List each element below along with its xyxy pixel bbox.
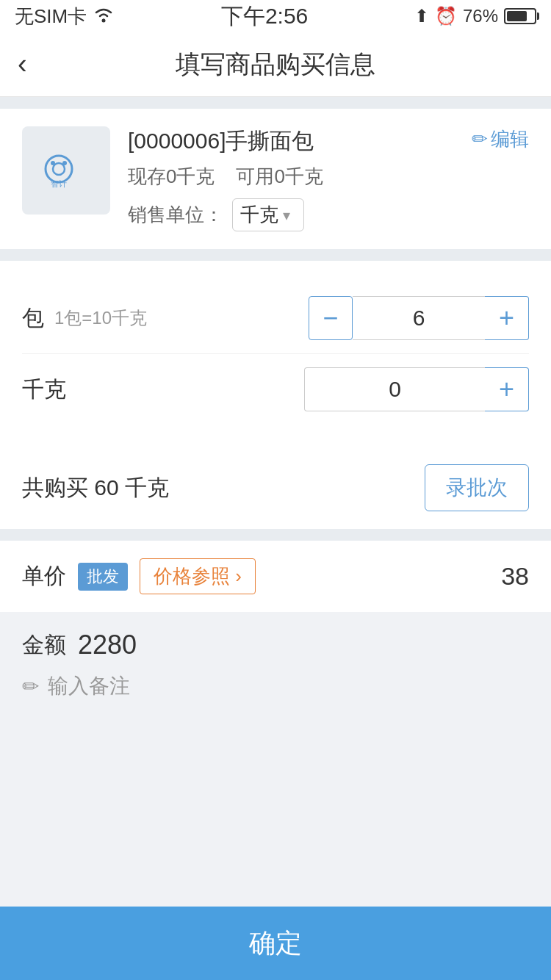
nav-bar: ‹ 填写商品购买信息 xyxy=(0,32,551,97)
price-ref-button[interactable]: 价格参照 › xyxy=(140,558,256,594)
bag-input[interactable] xyxy=(353,296,485,340)
price-tag: 批发 xyxy=(78,563,128,591)
carrier-label: 无SIM卡 xyxy=(15,4,87,29)
amount-label: 金额 xyxy=(22,630,66,660)
product-card: 智计 [0000006]手撕面包 ✏ 编辑 现存0千克 可用0千克 销售单位： … xyxy=(0,109,551,249)
status-time: 下午2:56 xyxy=(221,1,308,32)
bag-minus-button[interactable]: − xyxy=(309,296,353,340)
bag-label-text: 包 xyxy=(22,303,44,334)
batch-button[interactable]: 录批次 xyxy=(425,464,529,511)
kg-label-text: 千克 xyxy=(22,375,66,405)
bag-plus-button[interactable]: + xyxy=(485,296,529,340)
unit-value: 千克 xyxy=(240,202,278,228)
mid-divider1 xyxy=(0,249,551,261)
kg-row: 千克 + xyxy=(22,354,529,425)
amount-section: 金额 2280 ✏ 输入备注 xyxy=(0,612,551,712)
battery-percent: 76% xyxy=(463,6,498,26)
kg-plus-button[interactable]: + xyxy=(485,367,529,411)
unit-select[interactable]: 千克 ▾ xyxy=(232,198,304,231)
available-text: 可用0千克 xyxy=(236,165,323,187)
svg-point-2 xyxy=(53,163,65,175)
stock-text: 现存0千克 xyxy=(128,165,215,187)
product-info: [0000006]手撕面包 ✏ 编辑 现存0千克 可用0千克 销售单位： 千克 … xyxy=(128,126,529,231)
product-unit-row: 销售单位： 千克 ▾ xyxy=(128,198,529,231)
form-section: 包 1包=10千克 − + 千克 + xyxy=(0,261,551,447)
amount-row: 金额 2280 xyxy=(22,630,529,660)
confirm-button[interactable]: 确定 xyxy=(0,907,551,980)
product-image: 智计 xyxy=(22,126,110,215)
bag-hint: 1包=10千克 xyxy=(54,306,147,330)
edit-icon: ✏ xyxy=(472,128,488,151)
status-right: ⬆ ⏰ 76% xyxy=(414,6,536,26)
svg-text:智计: 智计 xyxy=(51,179,67,188)
kg-label: 千克 xyxy=(22,375,66,405)
location-icon: ⬆ xyxy=(414,6,429,26)
remark-icon: ✏ xyxy=(22,674,39,699)
kg-input[interactable] xyxy=(304,367,485,411)
battery-icon xyxy=(504,8,536,24)
bag-label: 包 1包=10千克 xyxy=(22,303,147,334)
price-value: 38 xyxy=(501,562,529,591)
status-bar: 无SIM卡 下午2:56 ⬆ ⏰ 76% xyxy=(0,0,551,32)
unit-label: 销售单位： xyxy=(128,202,223,228)
mid-divider2 xyxy=(0,529,551,541)
alarm-icon: ⏰ xyxy=(435,6,457,26)
bottom-area xyxy=(0,712,551,932)
product-title: [0000006]手撕面包 xyxy=(128,126,314,156)
page-title: 填写商品购买信息 xyxy=(176,48,375,82)
bag-row: 包 1包=10千克 − + xyxy=(22,283,529,354)
top-divider xyxy=(0,97,551,109)
remark-row[interactable]: ✏ 输入备注 xyxy=(22,672,529,700)
svg-point-0 xyxy=(102,18,106,22)
price-label: 单价 xyxy=(22,561,66,591)
product-stock: 现存0千克 可用0千克 xyxy=(128,164,529,190)
total-text: 共购买 60 千克 xyxy=(22,473,169,503)
dropdown-icon: ▾ xyxy=(283,206,290,224)
edit-link[interactable]: ✏ 编辑 xyxy=(472,126,529,152)
svg-point-3 xyxy=(51,161,55,165)
wifi-icon xyxy=(93,5,115,28)
edit-label: 编辑 xyxy=(491,126,529,152)
status-left: 无SIM卡 xyxy=(15,4,115,29)
total-row: 共购买 60 千克 录批次 xyxy=(0,447,551,529)
remark-placeholder: 输入备注 xyxy=(48,672,130,700)
price-section: 单价 批发 价格参照 › 38 xyxy=(0,541,551,612)
svg-point-4 xyxy=(62,161,67,165)
amount-value: 2280 xyxy=(78,630,137,660)
bag-input-group: − + xyxy=(309,296,529,340)
kg-input-group: + xyxy=(304,367,529,411)
back-button[interactable]: ‹ xyxy=(18,48,27,80)
svg-point-1 xyxy=(46,156,72,182)
